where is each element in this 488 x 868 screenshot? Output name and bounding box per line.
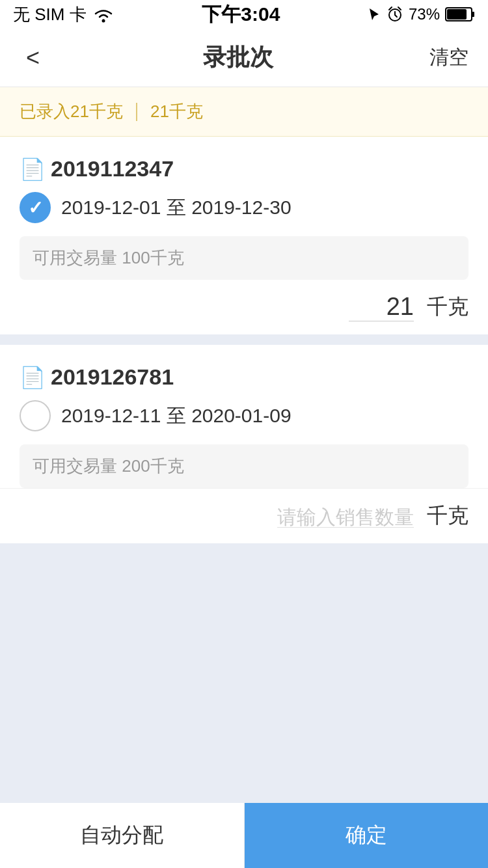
svg-rect-3 [472,12,474,17]
available-qty-box-2: 可用交易量 200千克 [20,444,468,488]
available-qty-box-1: 可用交易量 100千克 [20,236,468,280]
batch-card-1: 📄 2019112347 ✓ 2019-12-01 至 2019-12-30 可… [0,137,488,334]
qty-unit-1: 千克 [427,293,468,321]
batch-date-row-1: ✓ 2019-12-01 至 2019-12-30 [20,192,468,223]
svg-point-0 [102,20,105,23]
checkmark-1: ✓ [28,197,43,219]
battery-text: 73% [409,5,440,23]
batch-id-text-2: 2019126781 [51,364,174,390]
info-recorded-label: 已录入21千克 [20,100,123,123]
svg-rect-4 [447,9,467,20]
batch-date-1: 2019-12-01 至 2019-12-30 [61,195,291,221]
clear-button[interactable]: 清空 [429,44,468,71]
bottom-bar: 自动分配 确定 [0,803,488,868]
available-qty-text-1: 可用交易量 100千克 [33,248,184,267]
batch-card-2: 📄 2019126781 ✓ 2019-12-11 至 2020-01-09 可… [0,345,488,543]
status-time: 下午3:04 [202,1,280,28]
empty-area [0,543,488,830]
info-banner: 已录入21千克 21千克 [0,87,488,137]
auto-distribute-button[interactable]: 自动分配 [0,803,245,868]
status-carrier-wifi: 无 SIM 卡 [13,3,115,26]
alarm-icon [386,6,403,23]
carrier-text: 无 SIM 卡 [13,3,87,26]
batch-date-row-2: ✓ 2019-12-11 至 2020-01-09 [20,400,468,431]
battery-icon [445,7,475,22]
status-bar: 无 SIM 卡 下午3:04 73% [0,0,488,29]
available-qty-text-2: 可用交易量 200千克 [33,456,184,476]
back-button[interactable]: < [20,38,46,78]
wifi-icon [92,6,115,23]
nav-bar: < 录批次 清空 [0,29,488,87]
qty-underline-1: 21 [349,293,414,321]
page-title: 录批次 [203,42,273,74]
location-icon [367,6,381,23]
batch-icon-1: 📄 [20,157,46,182]
batch-date-2: 2019-12-11 至 2020-01-09 [61,403,291,429]
info-divider [136,103,137,121]
batch-id-row-1: 📄 2019112347 [20,156,468,182]
qty-value-1: 21 [386,293,414,320]
qty-input-row-1: 21 千克 [0,280,488,334]
batch-id-row-2: 📄 2019126781 [20,364,468,390]
status-indicators: 73% [367,5,475,23]
batch-checkbox-1[interactable]: ✓ [20,192,51,223]
qty-unit-2: 千克 [427,502,468,530]
batch-id-text-1: 2019112347 [51,156,174,182]
qty-input-field-2[interactable]: 请输入销售数量 [277,504,414,528]
batch-checkbox-2[interactable]: ✓ [20,400,51,431]
section-divider-1 [0,334,488,345]
batch-icon-2: 📄 [20,365,46,390]
qty-placeholder-row: 请输入销售数量 千克 [0,488,488,543]
qty-placeholder-text: 请输入销售数量 [277,506,414,528]
confirm-button[interactable]: 确定 [245,803,489,868]
info-value: 21千克 [150,100,203,123]
